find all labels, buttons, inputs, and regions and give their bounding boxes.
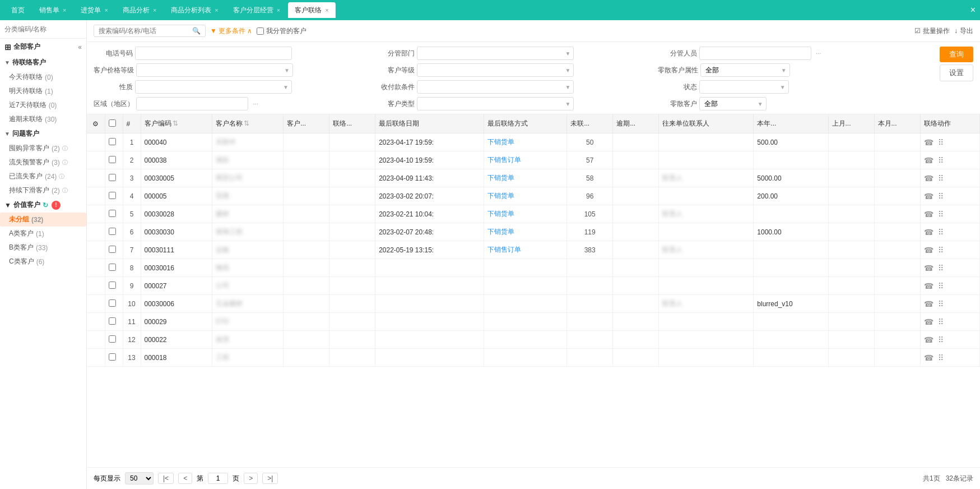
row-last-method-2[interactable]: 下销货单 [484,169,566,187]
customer-level-select[interactable] [417,63,574,77]
region-input[interactable] [136,97,248,110]
page-size-select[interactable]: 50 100 [125,472,154,485]
tab-analysis[interactable]: 商品分析 × [116,2,163,18]
sidebar-search-input[interactable] [4,25,87,33]
call-icon[interactable]: ☎ [924,335,933,344]
more-icon[interactable]: ⠿ [938,246,944,255]
manager-dots-btn[interactable]: ··· [814,49,824,57]
row-last-method-3[interactable]: 下销货单 [484,187,566,205]
tab-sales[interactable]: 销售单 × [32,2,73,18]
code-header[interactable]: 客户编码⇅ [141,114,212,133]
row-checkbox-11[interactable] [105,331,123,349]
row-last-method-1[interactable]: 下销售订单 [484,151,566,169]
sidebar-group-problem[interactable]: ▼ 问题客户 [0,126,86,141]
row-checkbox-3[interactable] [105,187,123,205]
row-checkbox-2[interactable] [105,169,123,187]
row-action-6[interactable]: ☎ ⠿ [920,241,979,259]
row-action-10[interactable]: ☎ ⠿ [920,313,979,331]
more-icon[interactable]: ⠿ [938,264,944,273]
gear-header[interactable]: ⚙ [87,114,105,133]
row-action-9[interactable]: ☎ ⠿ [920,295,979,313]
my-customers-checkbox-label[interactable]: 我分管的客户 [257,26,306,36]
sidebar-item-churned[interactable]: 已流失客户 (24) ⓘ [0,169,86,183]
tab-home[interactable]: 首页 [4,2,31,18]
call-icon[interactable]: ☎ [924,353,933,362]
row-checkbox-8[interactable] [105,277,123,295]
name-header[interactable]: 客户名称⇅ [212,114,283,133]
row-action-3[interactable]: ☎ ⠿ [920,187,979,205]
row-last-method-5[interactable]: 下销货单 [484,223,566,241]
price-level-select[interactable] [136,63,293,77]
tab-customer-layer[interactable]: 客户分层经营 × [226,2,287,18]
call-icon[interactable]: ☎ [924,282,933,290]
tab-customer-contact[interactable]: 客户联络 × [288,2,335,18]
sidebar-group-value[interactable]: ▼ 价值客户 ↻ ! [0,197,86,213]
sidebar-item-abnormal[interactable]: 囤购异常客户 (2) ⓘ [0,141,86,155]
call-icon[interactable]: ☎ [924,228,933,237]
more-icon[interactable]: ⠿ [938,335,944,344]
row-action-7[interactable]: ☎ ⠿ [920,259,979,277]
row-action-0[interactable]: ☎ ⠿ [920,133,979,151]
sidebar-item-today[interactable]: 今天待联络 (0) [0,70,86,84]
sidebar-item-declining[interactable]: 持续下滑客户 (2) ⓘ [0,183,86,197]
nature-select[interactable] [135,80,292,94]
region-dots-btn[interactable]: ··· [250,100,261,108]
row-action-1[interactable]: ☎ ⠿ [920,151,979,169]
batch-ops-btn[interactable]: ☑ 批量操作 [914,26,950,36]
row-checkbox-4[interactable] [105,205,123,223]
tab-purchase[interactable]: 进货单 × [74,2,114,18]
row-checkbox-6[interactable] [105,241,123,259]
row-last-method-6[interactable]: 下销售订单 [484,241,566,259]
query-button[interactable]: 查询 [940,47,973,62]
more-icon[interactable]: ⠿ [938,192,944,201]
more-icon[interactable]: ⠿ [938,282,944,290]
more-icon[interactable]: ⠿ [938,317,944,326]
sidebar-item-class-a[interactable]: A类客户 (1) [0,227,86,241]
row-last-method-4[interactable]: 下销货单 [484,205,566,223]
sidebar-item-tomorrow[interactable]: 明天待联络 (1) [0,84,86,98]
sidebar-item-unclassified[interactable]: 未分组 (32) [0,213,86,227]
row-last-method-12[interactable] [484,349,566,367]
row-action-12[interactable]: ☎ ⠿ [920,349,979,367]
row-checkbox-10[interactable] [105,313,123,331]
more-conditions-btn[interactable]: ▼ 更多条件 ∧ [210,26,252,36]
main-search-icon[interactable]: 🔍 [192,27,201,35]
more-icon[interactable]: ⠿ [938,299,944,308]
export-btn[interactable]: ↓ 导出 [954,26,973,36]
close-tab-analysis[interactable]: × [153,7,156,13]
checkbox-header[interactable] [105,114,123,133]
call-icon[interactable]: ☎ [924,138,933,147]
more-icon[interactable]: ⠿ [938,228,944,237]
row-action-4[interactable]: ☎ ⠿ [920,205,979,223]
row-last-method-8[interactable] [484,277,566,295]
call-icon[interactable]: ☎ [924,246,933,255]
row-last-method-9[interactable] [484,295,566,313]
call-icon[interactable]: ☎ [924,317,933,326]
last-page-btn[interactable]: >| [262,473,278,484]
next-page-btn[interactable]: > [244,473,258,484]
sidebar-item-7days[interactable]: 近7天待联络 (0) [0,98,86,112]
scatter-customer-select[interactable]: 全部 [699,97,767,110]
more-icon[interactable]: ⠿ [938,210,944,219]
sidebar-collapse-icon[interactable]: « [78,43,82,51]
close-tab-analysis-list[interactable]: × [215,7,218,13]
row-last-method-0[interactable]: 下销货单 [484,133,566,151]
sidebar-group-waiting[interactable]: ▼ 待联络客户 [0,55,86,70]
row-action-11[interactable]: ☎ ⠿ [920,331,979,349]
row-checkbox-12[interactable] [105,349,123,367]
row-checkbox-0[interactable] [105,133,123,151]
call-icon[interactable]: ☎ [924,264,933,273]
status-select[interactable] [699,80,789,94]
sidebar-item-churn-warning[interactable]: 流失预警客户 (3) ⓘ [0,155,86,169]
call-icon[interactable]: ☎ [924,156,933,165]
dept-select[interactable] [417,47,574,60]
tab-analysis-list[interactable]: 商品分析列表 × [164,2,225,18]
payment-select[interactable] [417,80,574,94]
row-checkbox-9[interactable] [105,295,123,313]
more-icon[interactable]: ⠿ [938,138,944,147]
more-icon[interactable]: ⠿ [938,174,944,183]
close-all-tabs[interactable]: × [970,5,976,15]
row-action-5[interactable]: ☎ ⠿ [920,223,979,241]
more-icon[interactable]: ⠿ [938,156,944,165]
row-last-method-7[interactable] [484,259,566,277]
